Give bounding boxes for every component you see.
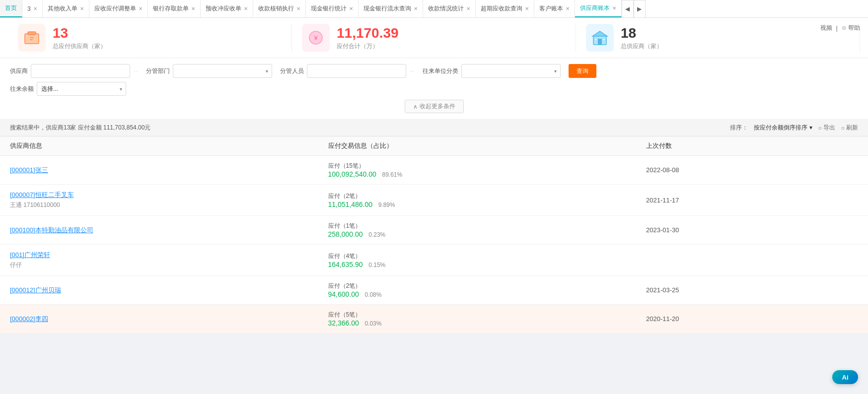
supplier-link[interactable]: [000002]李四: [10, 315, 48, 323]
filter-item-dept: 分管部门: [146, 64, 272, 78]
payable-label: 应付（1笔）: [328, 222, 647, 230]
svg-marker-7: [592, 31, 607, 36]
help-link[interactable]: ⊙ 帮助: [842, 24, 860, 32]
nav-tab-customer-ledger[interactable]: 客户账本 ✕: [534, 0, 575, 17]
table-row: [000001]张三 应付（15笔） 100,092,540.00 89.61%…: [0, 156, 868, 185]
table-row: [000100]本特勤油品有限公司 应付（1笔） 258,000.00 0.23…: [0, 216, 868, 245]
stat-label-total-suppliers: 总供应商（家）: [621, 42, 662, 51]
category-select-wrapper: [461, 64, 561, 78]
payable-info-cell: 应付（2笔） 11,051,486.00 9.89%: [328, 192, 647, 208]
close-tab-cash-bank-flow[interactable]: ✕: [414, 6, 418, 11]
nav-tab-collection[interactable]: 收款核销执行 ✕: [253, 0, 306, 17]
payable-percent: 0.15%: [368, 262, 385, 268]
supplier-sub: 仔仔: [10, 261, 328, 269]
col-header-supplier: 供应商信息: [10, 141, 328, 150]
stat-content-total-suppliers: 18 总供应商（家）: [621, 25, 662, 51]
col-header-last-pay: 上次付数: [646, 141, 858, 150]
table-row: [000007]恒旺二手叉车 王通 17106110000 应付（2笔） 11,…: [0, 185, 868, 216]
stat-icon-suppliers: [18, 24, 46, 52]
supplier-input[interactable]: [31, 64, 130, 78]
payable-info-cell: 应付（15笔） 100,092,540.00 89.61%: [328, 162, 647, 178]
supplier-info-cell: [000012]广州贝瑞: [10, 286, 328, 295]
dept-select-wrapper: [173, 64, 272, 78]
nav-tab-other-income[interactable]: 其他收入单 ✕: [43, 0, 89, 17]
nav-tab-collection-stat[interactable]: 收款情况统计 ✕: [423, 0, 476, 17]
nav-tab-3[interactable]: 3 ✕: [22, 0, 43, 17]
nav-tab-overdue-ar[interactable]: 超期应收款查询 ✕: [476, 0, 534, 17]
supplier-link[interactable]: [000007]恒旺二手叉车: [10, 191, 74, 198]
close-tab-prepay-ar[interactable]: ✕: [244, 6, 248, 11]
svg-rect-1: [28, 32, 36, 35]
supplier-link[interactable]: [000001]张三: [10, 166, 48, 174]
supplier-link[interactable]: [001]广州荣轩: [10, 251, 50, 259]
payable-percent: 0.03%: [364, 320, 381, 327]
nav-tab-ar-ap-adjust[interactable]: 应收应付调整单 ✕: [89, 0, 148, 17]
person-input[interactable]: [307, 64, 406, 78]
filter-label-supplier: 供应商: [10, 67, 28, 75]
last-pay-date: 2020-11-20: [646, 315, 858, 323]
separator: |: [836, 25, 838, 32]
supplier-info-cell: [000100]本特勤油品有限公司: [10, 226, 328, 235]
sort-selector[interactable]: 按应付余额倒序排序 ▾: [754, 124, 812, 132]
supplier-link[interactable]: [000012]广州贝瑞: [10, 286, 61, 294]
collapse-icon: ∧: [413, 103, 418, 110]
close-tab-customer-ledger[interactable]: ✕: [566, 6, 570, 11]
close-tab-overdue-ar[interactable]: ✕: [525, 6, 529, 11]
payable-amount[interactable]: 32,366.00: [328, 319, 359, 327]
nav-tab-prepay-ar[interactable]: 预收冲应收单 ✕: [201, 0, 253, 17]
payable-label: 应付（2笔）: [328, 282, 647, 290]
supplier-info-cell: [000001]张三: [10, 166, 328, 175]
close-tab-collection[interactable]: ✕: [296, 6, 300, 11]
supplier-link[interactable]: [000100]本特勤油品有限公司: [10, 226, 93, 234]
sort-label: 排序：: [730, 124, 748, 132]
supplier-table: 供应商信息 应付交易信息（占比） 上次付数 [000001]张三 应付（15笔）…: [0, 136, 868, 333]
stat-icon-payable: ¥: [302, 24, 330, 52]
supplier-dots-icon: ···: [134, 68, 138, 74]
stat-block-payable-suppliers: 13 总应付供应商（家）: [8, 24, 292, 52]
nav-tab-cash-bank-stat[interactable]: 现金银行统计 ✕: [306, 0, 359, 17]
sort-arrow-icon: ▾: [809, 124, 812, 131]
payable-percent: 0.23%: [368, 231, 385, 238]
last-pay-date: 2021-03-25: [646, 286, 858, 294]
svg-rect-9: [595, 39, 597, 41]
payable-amount[interactable]: 94,600.00: [328, 290, 359, 298]
dept-select[interactable]: [173, 64, 272, 78]
query-button[interactable]: 查询: [569, 64, 596, 78]
result-bar: 搜索结果中，供应商13家 应付金额 111,703,854.00元 排序： 按应…: [0, 120, 868, 136]
category-select[interactable]: [461, 64, 561, 78]
payable-amount[interactable]: 258,000.00: [328, 230, 363, 238]
filter-item-person: 分管人员 ···: [280, 64, 414, 78]
collapse-button[interactable]: ∧ 收起更多条件: [405, 100, 464, 113]
payable-amount[interactable]: 11,051,486.00: [328, 200, 373, 208]
payable-amount[interactable]: 100,092,540.00: [328, 170, 376, 178]
svg-rect-0: [25, 34, 39, 44]
close-tab-other-income[interactable]: ✕: [80, 6, 84, 11]
nav-tab-bank-deposit[interactable]: 银行存取款单 ✕: [148, 0, 201, 17]
nav-tab-home[interactable]: 首页: [0, 0, 22, 17]
payable-percent: 0.08%: [364, 291, 381, 298]
close-tab-ar-ap-adjust[interactable]: ✕: [139, 6, 143, 11]
payable-info-cell: 应付（4笔） 164,635.90 0.15%: [328, 252, 647, 268]
close-tab-bank-deposit[interactable]: ✕: [191, 6, 195, 11]
svg-text:¥: ¥: [313, 34, 318, 42]
nav-prev-button[interactable]: ◀: [622, 0, 634, 18]
help-icon: ⊙: [842, 24, 847, 31]
close-tab-supplier-ledger[interactable]: ✕: [612, 5, 616, 11]
balance-select-wrapper: 选择...: [37, 82, 126, 96]
nav-tab-cash-bank-flow[interactable]: 现金银行流水查询 ✕: [359, 0, 423, 17]
right-actions: 排序： 按应付余额倒序排序 ▾ ○ 导出 ○ 刷新: [730, 124, 858, 132]
close-tab-3[interactable]: ✕: [33, 6, 37, 11]
payable-amount[interactable]: 164,635.90: [328, 261, 363, 268]
export-button[interactable]: ○ 导出: [818, 124, 835, 132]
refresh-button[interactable]: ○ 刷新: [841, 124, 858, 132]
balance-select[interactable]: 选择...: [37, 82, 126, 96]
stat-content-payable-total: 11,170.39 应付合计（万）: [337, 25, 399, 51]
col-header-payable: 应付交易信息（占比）: [328, 141, 647, 150]
nav-next-button[interactable]: ▶: [634, 0, 646, 18]
video-link[interactable]: 视频: [820, 24, 832, 32]
stat-num-payable-total: 11,170.39: [337, 25, 399, 42]
close-tab-collection-stat[interactable]: ✕: [466, 6, 470, 11]
nav-tab-supplier-ledger[interactable]: 供应商账本 ✕: [575, 0, 622, 17]
table-body: [000001]张三 应付（15笔） 100,092,540.00 89.61%…: [0, 156, 868, 333]
close-tab-cash-bank-stat[interactable]: ✕: [349, 6, 353, 11]
